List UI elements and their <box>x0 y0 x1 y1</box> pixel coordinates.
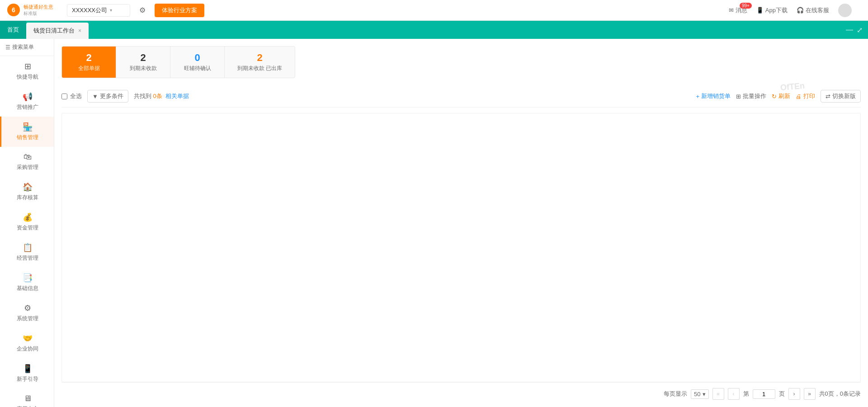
online-service-button[interactable]: 🎧 在线客服 <box>797 6 829 14</box>
sales-icon: 🏪 <box>23 122 33 132</box>
settings-button[interactable]: ⚙ <box>136 4 149 17</box>
message-icon: ✉ <box>729 7 734 14</box>
sidebar-item-inventory[interactable]: 🏠 库存核算 <box>0 177 54 207</box>
logo-icon: 6 <box>7 4 20 16</box>
layout: ☰ 搜索菜单 ⊞ 快捷导航 📢 营销推广 🏪 销售管理 🛍 采购管理 🏠 库存核… <box>0 39 868 407</box>
logo-text: 畅捷通好生意 <box>24 4 53 10</box>
top-bar-right: ✉ 消息 99+ 📱 App下载 🎧 在线客服 <box>729 4 861 17</box>
toolbar-right: + 新增销货单 ⊞ 批量操作 ↻ 刷新 🖨 打印 <box>696 90 861 103</box>
next-page-button[interactable]: › <box>788 388 800 400</box>
maximize-tab-button[interactable]: ⤢ <box>857 26 863 34</box>
company-name: XXXXXX公司 <box>72 6 107 14</box>
status-label-outbound: 到期未收款 已出库 <box>237 65 282 72</box>
page-number-input[interactable] <box>753 389 775 399</box>
messages-badge: 99+ <box>740 3 752 9</box>
close-tab-icon[interactable]: × <box>78 28 81 34</box>
avatar[interactable] <box>838 4 852 17</box>
status-label-all: 全部单据 <box>78 65 100 72</box>
home-tab[interactable]: 首页 <box>0 21 26 39</box>
batch-icon: ⊞ <box>736 93 741 100</box>
first-page-button[interactable]: « <box>712 388 724 400</box>
status-count-pending: 0 <box>194 52 200 64</box>
app-icon: 📱 <box>756 7 764 14</box>
refresh-button[interactable]: ↻ 刷新 <box>772 92 790 100</box>
refresh-icon: ↻ <box>772 93 777 100</box>
print-icon: 🖨 <box>796 93 802 100</box>
last-page-button[interactable]: » <box>804 388 816 400</box>
minimize-tab-button[interactable]: — <box>846 26 853 34</box>
sidebar-item-label: 采购管理 <box>17 164 38 171</box>
status-card-pending[interactable]: 0 旺辅待确认 <box>170 47 225 78</box>
found-text: 共找到 0条 相关单据 <box>134 92 189 100</box>
batch-operations-button[interactable]: ⊞ 批量操作 <box>736 92 766 100</box>
sidebar-item-cooperation[interactable]: 🤝 企业协同 <box>0 328 54 358</box>
system-icon: ⚙ <box>24 303 31 313</box>
add-sales-button[interactable]: + 新增销货单 <box>696 92 731 100</box>
search-icon: ☰ <box>5 44 10 51</box>
sidebar-item-system[interactable]: ⚙ 系统管理 <box>0 298 54 328</box>
sidebar-item-marketing[interactable]: 📢 营销推广 <box>0 86 54 117</box>
status-card-outbound[interactable]: 2 到期未收款 已出库 <box>225 47 295 78</box>
sidebar-item-label: 基础信息 <box>17 285 38 292</box>
switch-version-button[interactable]: ⇄ 切换新版 <box>821 90 861 103</box>
sidebar-item-label: 营销推广 <box>17 103 38 111</box>
pagination: 每页显示 50 ▾ « ‹ 第 页 › » 共0页，0条记录 <box>61 382 861 400</box>
search-menu-item[interactable]: ☰ 搜索菜单 <box>0 39 54 56</box>
more-filters-button[interactable]: ▼ 更多条件 <box>87 90 128 103</box>
page-size-chevron: ▾ <box>703 391 706 398</box>
sidebar-item-label: 资金管理 <box>17 224 38 232</box>
quick-nav-icon: ⊞ <box>24 61 31 71</box>
sidebar-item-purchase[interactable]: 🛍 采购管理 <box>0 147 54 177</box>
sidebar-item-quick-nav[interactable]: ⊞ 快捷导航 <box>0 56 54 86</box>
related-label[interactable]: 相关单据 <box>165 93 189 99</box>
logo-area: 6 畅捷通好生意 标准版 <box>7 4 61 16</box>
toolbar: 全选 ▼ 更多条件 共找到 0条 相关单据 + 新增销货单 <box>61 85 861 108</box>
sidebar-item-label: 经营管理 <box>17 254 38 262</box>
page-size-select[interactable]: 50 ▾ <box>691 389 708 399</box>
sidebar-item-label: 应用中心 <box>17 405 38 407</box>
status-count-all: 2 <box>86 52 91 64</box>
sidebar-item-capital[interactable]: 💰 资金管理 <box>0 207 54 237</box>
batch-btn-label: 批量操作 <box>743 92 766 100</box>
select-all-label: 全选 <box>70 92 82 100</box>
nav-tabs: 首页 钱货日清工作台 × — ⤢ <box>0 21 868 39</box>
status-count-outbound: 2 <box>257 52 263 64</box>
print-label: 打印 <box>803 92 815 100</box>
messages-button[interactable]: ✉ 消息 99+ <box>729 6 747 14</box>
sidebar-item-label: 系统管理 <box>17 315 38 323</box>
marketing-icon: 📢 <box>23 92 33 102</box>
app-download-button[interactable]: 📱 App下载 <box>756 6 788 14</box>
sidebar-item-sales[interactable]: 🏪 销售管理 <box>0 117 54 147</box>
active-tab-label: 钱货日清工作台 <box>33 27 75 35</box>
sidebar-item-operations[interactable]: 📋 经营管理 <box>0 237 54 267</box>
select-all-checkbox[interactable]: 全选 <box>61 92 82 100</box>
sidebar: ☰ 搜索菜单 ⊞ 快捷导航 📢 营销推广 🏪 销售管理 🛍 采购管理 🏠 库存核… <box>0 39 54 407</box>
more-filters-label: 更多条件 <box>100 92 123 100</box>
page-label-text: 第 <box>743 390 749 398</box>
status-card-overdue[interactable]: 2 到期未收款 <box>116 47 170 78</box>
guide-icon: 📱 <box>23 364 33 374</box>
page-size-value: 50 <box>694 391 700 398</box>
search-menu-label: 搜索菜单 <box>12 43 34 51</box>
capital-icon: 💰 <box>23 212 33 222</box>
logo-text-block: 畅捷通好生意 标准版 <box>24 4 53 16</box>
plus-icon: + <box>696 93 699 100</box>
sidebar-item-guide[interactable]: 📱 新手引导 <box>0 358 54 388</box>
purchase-icon: 🛍 <box>24 152 32 162</box>
trial-button[interactable]: 体验行业方案 <box>155 4 204 17</box>
page-suffix: 页 <box>779 390 785 398</box>
sidebar-item-basic-info[interactable]: 📑 基础信息 <box>0 267 54 298</box>
status-card-all[interactable]: 2 全部单据 <box>62 47 116 78</box>
prev-page-button[interactable]: ‹ <box>728 388 740 400</box>
chevron-down-icon: ▾ <box>110 8 112 13</box>
select-all-input[interactable] <box>61 94 67 99</box>
company-selector[interactable]: XXXXXX公司 ▾ <box>67 4 130 17</box>
per-page-label: 每页显示 <box>664 390 687 398</box>
active-tab[interactable]: 钱货日清工作台 × <box>26 23 89 39</box>
sidebar-item-label: 库存核算 <box>17 194 38 201</box>
sidebar-item-label: 销售管理 <box>17 134 38 141</box>
table-area <box>61 113 861 382</box>
print-button[interactable]: 🖨 打印 <box>796 92 815 100</box>
switch-label: 切换新版 <box>832 92 856 100</box>
sidebar-item-apps[interactable]: 🖥 应用中心 <box>0 388 54 407</box>
